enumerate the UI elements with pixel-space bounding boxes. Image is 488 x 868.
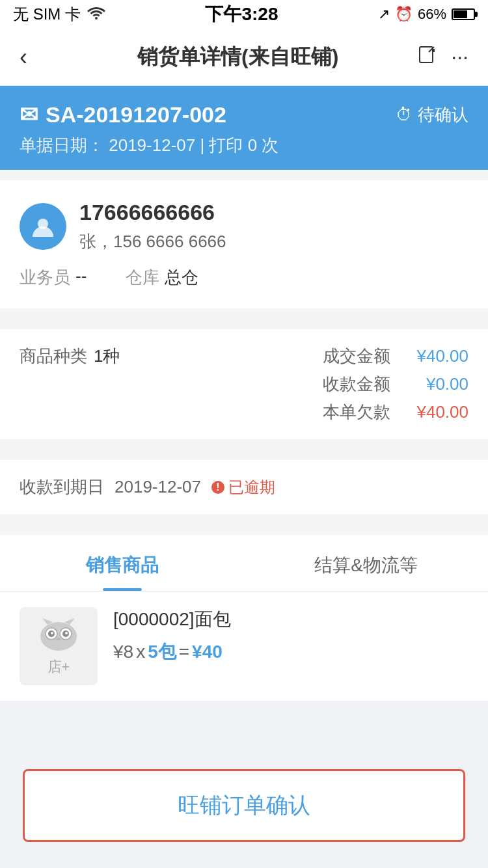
receipt-amount-row: 收款金额 ¥0.00: [323, 373, 468, 396]
share-icon[interactable]: [417, 44, 438, 70]
confirm-button[interactable]: 旺铺订单确认: [23, 769, 465, 842]
divider-2: [0, 439, 488, 450]
customer-name: 张，156 6666 6666: [79, 230, 226, 253]
order-icon: ✉: [20, 102, 38, 128]
location-icon: ↗: [378, 6, 390, 23]
carrier-text: 无 SIM 卡: [13, 4, 81, 25]
product-type-label: 商品种类: [20, 345, 87, 368]
order-date: 单据日期： 2019-12-07 | 打印 0 次: [20, 134, 468, 157]
nav-actions: ···: [417, 44, 468, 70]
amount-section: 商品种类 1种 成交金额 ¥40.00 收款金额 ¥0.00 本单欠款 ¥40.…: [0, 329, 488, 439]
status-right: ↗ ⏰ 66%: [378, 6, 475, 23]
unit-price: ¥8: [113, 642, 133, 662]
deal-amount-row: 成交金额 ¥40.00: [323, 345, 468, 368]
customer-section: 17666666666 张，156 6666 6666 业务员 -- 仓库 总仓: [0, 180, 488, 308]
status-icon: ⏱: [396, 105, 413, 125]
avatar: [20, 203, 66, 250]
sales-label: 业务员: [20, 266, 70, 289]
product-price: ¥8 x 5包 = ¥40: [113, 640, 468, 664]
confirm-button-wrap: 旺铺订单确认: [23, 769, 465, 842]
equals-sign: =: [179, 642, 189, 662]
debt-amount-value: ¥40.00: [403, 402, 468, 422]
warehouse-meta: 仓库 总仓: [126, 266, 198, 289]
status-time: 下午3:28: [205, 2, 278, 27]
back-button[interactable]: ‹: [20, 44, 59, 71]
svg-point-8: [65, 632, 68, 634]
sales-meta: 业务员 --: [20, 266, 87, 289]
battery-percent: 66%: [418, 6, 446, 23]
product-thumbnail: 店+: [20, 607, 98, 685]
total-price: ¥40: [192, 642, 223, 662]
product-info: [0000002]面包 ¥8 x 5包 = ¥40: [113, 607, 468, 664]
warehouse-value: 总仓: [165, 266, 198, 289]
order-id: ✉ SA-20191207-002: [20, 102, 226, 128]
due-date-label: 收款到期日: [20, 476, 104, 498]
due-date-value: 2019-12-07: [115, 477, 201, 497]
nav-bar: ‹ 销货单详情(来自旺铺) ···: [0, 29, 488, 86]
receipt-amount-label: 收款金额: [323, 373, 390, 396]
alarm-icon: ⏰: [395, 6, 413, 23]
wifi-icon: [87, 5, 105, 23]
product-item: 店+ [0000002]面包 ¥8 x 5包 = ¥40: [0, 591, 488, 701]
customer-meta: 业务员 -- 仓库 总仓: [20, 266, 468, 289]
warehouse-label: 仓库: [126, 266, 159, 289]
overdue-badge: ! 已逾期: [211, 477, 275, 498]
tabs: 销售商品 结算&物流等: [0, 535, 488, 591]
customer-phone: 17666666666: [79, 200, 226, 225]
product-name: [0000002]面包: [113, 607, 468, 632]
deal-amount-label: 成交金额: [323, 345, 390, 368]
tab-settlement[interactable]: 结算&物流等: [244, 535, 488, 591]
deal-amount-value: ¥40.00: [403, 346, 468, 366]
status-left: 无 SIM 卡: [13, 4, 105, 25]
order-status: ⏱ 待确认: [396, 103, 468, 126]
customer-row: 17666666666 张，156 6666 6666: [20, 200, 468, 253]
customer-details: 17666666666 张，156 6666 6666: [79, 200, 226, 253]
battery-icon: [452, 8, 475, 20]
amounts-block: 成交金额 ¥40.00 收款金额 ¥0.00 本单欠款 ¥40.00: [323, 345, 468, 424]
overdue-text: 已逾期: [228, 477, 275, 498]
debt-amount-row: 本单欠款 ¥40.00: [323, 401, 468, 424]
multiply-sign: x: [136, 642, 145, 662]
more-icon[interactable]: ···: [451, 45, 468, 69]
status-bar: 无 SIM 卡 下午3:28 ↗ ⏰ 66%: [0, 0, 488, 29]
page-title: 销货单详情(来自旺铺): [59, 43, 417, 72]
thumb-logo-text: 店+: [47, 657, 70, 677]
tab-products[interactable]: 销售商品: [0, 535, 244, 591]
due-section: 收款到期日 2019-12-07 ! 已逾期: [0, 460, 488, 514]
product-thumb-logo: 店+: [36, 616, 81, 677]
divider-1: [0, 308, 488, 319]
debt-amount-label: 本单欠款: [323, 401, 390, 424]
sales-value: --: [75, 266, 87, 289]
quantity: 5包: [148, 640, 176, 664]
product-type: 商品种类 1种: [20, 345, 120, 368]
receipt-amount-value: ¥0.00: [403, 374, 468, 394]
product-type-value: 1种: [94, 345, 120, 368]
overdue-dot-icon: !: [211, 481, 224, 494]
order-id-row: ✉ SA-20191207-002 ⏱ 待确认: [20, 102, 468, 128]
svg-point-7: [51, 632, 53, 634]
tabs-section: 销售商品 结算&物流等: [0, 535, 488, 701]
order-banner: ✉ SA-20191207-002 ⏱ 待确认 单据日期： 2019-12-07…: [0, 86, 488, 170]
divider-3: [0, 514, 488, 524]
